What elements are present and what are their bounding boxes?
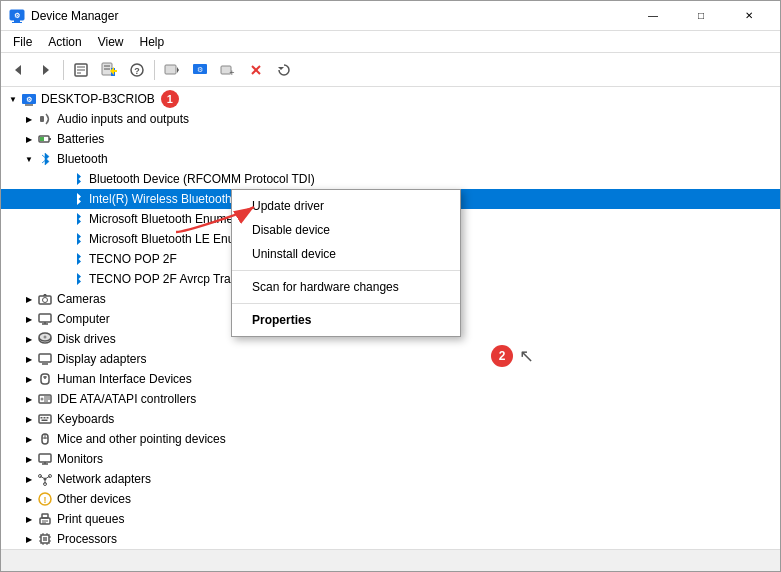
svg-marker-4 bbox=[15, 65, 21, 75]
bt3-icon bbox=[69, 211, 85, 227]
expand-arrow-mice[interactable] bbox=[21, 431, 37, 447]
ctx-uninstall-device[interactable]: Uninstall device bbox=[232, 242, 460, 266]
tree-item-keyboard[interactable]: Keyboards bbox=[1, 409, 780, 429]
device-manager-icon-button[interactable]: ⚙ bbox=[187, 57, 213, 83]
svg-marker-37 bbox=[74, 233, 81, 245]
uninstall-toolbar-button[interactable] bbox=[243, 57, 269, 83]
svg-text:⚙: ⚙ bbox=[14, 12, 20, 19]
cameras-icon bbox=[37, 291, 53, 307]
tree-item-audio[interactable]: Audio inputs and outputs bbox=[1, 109, 780, 129]
back-button[interactable] bbox=[5, 57, 31, 83]
tree-item-display[interactable]: Display adapters bbox=[1, 349, 780, 369]
root-label: DESKTOP-B3CRIOB bbox=[41, 92, 155, 106]
monitors-icon bbox=[37, 451, 53, 467]
expand-arrow-display[interactable] bbox=[21, 351, 37, 367]
forward-button[interactable] bbox=[33, 57, 59, 83]
svg-rect-17 bbox=[165, 65, 176, 74]
toolbar: ? ⚙ + bbox=[1, 53, 780, 87]
bt4-label: Microsoft Bluetooth LE Enu… bbox=[89, 232, 246, 246]
expand-arrow-hid[interactable] bbox=[21, 371, 37, 387]
audio-label: Audio inputs and outputs bbox=[57, 112, 189, 126]
tree-item-ide[interactable]: IDE ATA/ATAPI controllers bbox=[1, 389, 780, 409]
svg-point-47 bbox=[44, 336, 47, 339]
update-driver-toolbar-button[interactable] bbox=[96, 57, 122, 83]
expand-arrow-network[interactable] bbox=[21, 471, 37, 487]
menu-view[interactable]: View bbox=[90, 33, 132, 51]
svg-marker-34 bbox=[74, 173, 81, 185]
close-button[interactable]: ✕ bbox=[726, 1, 772, 31]
menu-action[interactable]: Action bbox=[40, 33, 89, 51]
bt6-icon bbox=[69, 271, 85, 287]
expand-arrow-bluetooth[interactable] bbox=[21, 151, 37, 167]
ctx-scan-changes[interactable]: Scan for hardware changes bbox=[232, 275, 460, 299]
expand-arrow-disk[interactable] bbox=[21, 331, 37, 347]
svg-rect-60 bbox=[44, 417, 46, 419]
network-icon bbox=[37, 471, 53, 487]
refresh-toolbar-button[interactable] bbox=[271, 57, 297, 83]
maximize-button[interactable]: □ bbox=[678, 1, 724, 31]
svg-marker-25 bbox=[278, 67, 284, 70]
tree-item-root[interactable]: ⚙ DESKTOP-B3CRIOB 1 bbox=[1, 89, 780, 109]
svg-rect-48 bbox=[39, 354, 51, 362]
svg-rect-66 bbox=[39, 454, 51, 462]
scan-changes-toolbar-button[interactable] bbox=[159, 57, 185, 83]
minimize-button[interactable]: — bbox=[630, 1, 676, 31]
bt5-label: TECNO POP 2F bbox=[89, 252, 177, 266]
separator1 bbox=[63, 60, 64, 80]
ctx-update-driver[interactable]: Update driver bbox=[232, 194, 460, 218]
expand-arrow-ide[interactable] bbox=[21, 391, 37, 407]
svg-marker-39 bbox=[74, 273, 81, 285]
root-icon: ⚙ bbox=[21, 91, 37, 107]
svg-rect-29 bbox=[40, 116, 44, 122]
expand-arrow-root[interactable] bbox=[5, 91, 21, 107]
processors-icon bbox=[37, 531, 53, 547]
ctx-disable-device[interactable]: Disable device bbox=[232, 218, 460, 242]
svg-marker-18 bbox=[177, 67, 179, 73]
svg-text:+: + bbox=[229, 68, 234, 78]
processors-label: Processors bbox=[57, 532, 117, 546]
expand-arrow-print[interactable] bbox=[21, 511, 37, 527]
status-bar bbox=[1, 549, 780, 571]
menu-help[interactable]: Help bbox=[132, 33, 173, 51]
svg-marker-38 bbox=[74, 253, 81, 265]
add-hardware-button[interactable]: + bbox=[215, 57, 241, 83]
properties-toolbar-button[interactable] bbox=[68, 57, 94, 83]
expand-arrow-other[interactable] bbox=[21, 491, 37, 507]
other-icon: ! bbox=[37, 491, 53, 507]
bluetooth-label: Bluetooth bbox=[57, 152, 108, 166]
ctx-properties[interactable]: Properties bbox=[232, 308, 460, 332]
monitors-label: Monitors bbox=[57, 452, 103, 466]
app-icon: ⚙ bbox=[9, 8, 25, 24]
tree-item-batteries[interactable]: Batteries bbox=[1, 129, 780, 149]
expand-arrow-processors[interactable] bbox=[21, 531, 37, 547]
tree-item-print[interactable]: Print queues bbox=[1, 509, 780, 529]
expand-arrow-computer[interactable] bbox=[21, 311, 37, 327]
tree-item-monitors[interactable]: Monitors bbox=[1, 449, 780, 469]
svg-rect-61 bbox=[47, 417, 49, 419]
print-icon bbox=[37, 511, 53, 527]
menu-file[interactable]: File bbox=[5, 33, 40, 51]
tree-item-processors[interactable]: Processors bbox=[1, 529, 780, 549]
help-toolbar-button[interactable]: ? bbox=[124, 57, 150, 83]
separator2 bbox=[154, 60, 155, 80]
tree-item-other[interactable]: ! Other devices bbox=[1, 489, 780, 509]
expand-arrow-keyboard[interactable] bbox=[21, 411, 37, 427]
tree-item-bluetooth[interactable]: Bluetooth bbox=[1, 149, 780, 169]
tree-item-bt1[interactable]: Bluetooth Device (RFCOMM Protocol TDI) bbox=[1, 169, 780, 189]
tree-item-mice[interactable]: Mice and other pointing devices bbox=[1, 429, 780, 449]
tree-item-hid[interactable]: Human Interface Devices bbox=[1, 369, 780, 389]
network-label: Network adapters bbox=[57, 472, 151, 486]
expand-arrow-cameras[interactable] bbox=[21, 291, 37, 307]
bt4-icon bbox=[69, 231, 85, 247]
other-label: Other devices bbox=[57, 492, 131, 506]
expand-arrow-batteries[interactable] bbox=[21, 131, 37, 147]
expand-arrow-monitors[interactable] bbox=[21, 451, 37, 467]
bt5-icon bbox=[69, 251, 85, 267]
bluetooth-icon bbox=[37, 151, 53, 167]
svg-point-54 bbox=[41, 398, 44, 401]
badge-2: 2 bbox=[491, 345, 513, 367]
tree-item-network[interactable]: Network adapters bbox=[1, 469, 780, 489]
expand-arrow-audio[interactable] bbox=[21, 111, 37, 127]
mice-label: Mice and other pointing devices bbox=[57, 432, 226, 446]
mice-icon bbox=[37, 431, 53, 447]
